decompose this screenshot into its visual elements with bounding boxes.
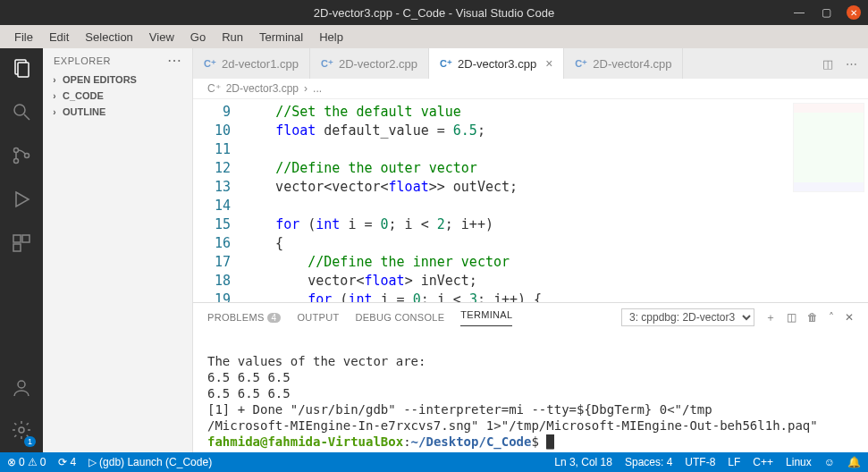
window-controls: — ▢ ✕ — [793, 5, 861, 20]
sidebar: EXPLORER ⋯ ›OPEN EDITORS›C_CODE›OUTLINE — [43, 48, 193, 452]
status-sync[interactable]: ⟳ 4 — [58, 456, 76, 468]
tab-more-icon[interactable]: ⋯ — [846, 57, 857, 71]
accounts-icon[interactable] — [11, 377, 32, 401]
split-editor-icon[interactable]: ◫ — [822, 57, 833, 71]
kill-terminal-icon[interactable]: 🗑 — [807, 311, 818, 324]
tab-debug-console[interactable]: DEBUG CONSOLE — [355, 312, 444, 323]
tab-label: 2D-vector2.cpp — [339, 57, 417, 71]
chevron-right-icon: › — [50, 91, 59, 101]
svg-point-6 — [25, 154, 29, 158]
notifications-icon[interactable]: 🔔 — [847, 456, 861, 468]
new-terminal-icon[interactable]: ＋ — [765, 310, 776, 325]
sidebar-section-c_code[interactable]: ›C_CODE — [43, 88, 192, 104]
minimap[interactable] — [793, 103, 864, 192]
close-tab-icon[interactable]: × — [545, 56, 552, 71]
menu-edit[interactable]: Edit — [42, 27, 76, 47]
breadcrumb-tail: ... — [313, 82, 322, 95]
tab-problems[interactable]: PROBLEMS4 — [207, 312, 281, 323]
cpp-file-icon: C⁺ — [207, 82, 221, 95]
line-gutter: 91011121314151617181920 — [193, 99, 243, 302]
cpp-file-icon: C⁺ — [321, 58, 333, 70]
tab-actions: ◫ ⋯ — [812, 48, 868, 79]
menu-file[interactable]: File — [7, 27, 40, 47]
cpp-file-icon: C⁺ — [204, 58, 216, 70]
tab-2D-vector3-cpp[interactable]: C⁺2D-vector3.cpp× — [429, 48, 564, 79]
sidebar-section-outline[interactable]: ›OUTLINE — [43, 104, 192, 120]
svg-point-11 — [19, 427, 24, 433]
editor-tabs: C⁺2d-vector1.cppC⁺2D-vector2.cppC⁺2D-vec… — [193, 48, 868, 79]
status-os[interactable]: Linux — [786, 456, 812, 468]
menu-view[interactable]: View — [142, 27, 181, 47]
svg-point-2 — [14, 105, 25, 115]
status-eol[interactable]: LF — [728, 456, 740, 468]
maximize-icon[interactable]: ▢ — [820, 6, 832, 19]
menubar: FileEditSelectionViewGoRunTerminalHelp — [0, 25, 868, 48]
window-title: 2D-vector3.cpp - C_Code - Visual Studio … — [314, 6, 554, 20]
code-editor[interactable]: 91011121314151617181920 //Set the defaul… — [193, 99, 868, 302]
tab-label: 2d-vector1.cpp — [222, 57, 299, 71]
terminal-select[interactable]: 3: cppdbg: 2D-vector3 — [621, 308, 754, 326]
activity-bar: 1 — [0, 48, 43, 452]
menu-run[interactable]: Run — [215, 27, 250, 47]
tab-2D-vector4-cpp[interactable]: C⁺2D-vector4.cpp — [564, 48, 683, 79]
split-terminal-icon[interactable]: ◫ — [787, 311, 796, 324]
breadcrumb-file: 2D-vector3.cpp — [226, 82, 299, 95]
menu-go[interactable]: Go — [183, 27, 213, 47]
svg-point-4 — [14, 148, 19, 153]
chevron-right-icon: › — [304, 82, 308, 95]
tab-label: 2D-vector4.cpp — [593, 57, 671, 71]
source-control-icon[interactable] — [11, 145, 32, 169]
title-bar: 2D-vector3.cpp - C_Code - Visual Studio … — [0, 0, 868, 25]
status-launch[interactable]: ▷ (gdb) Launch (C_Code) — [88, 456, 212, 468]
menu-selection[interactable]: Selection — [78, 27, 139, 47]
svg-line-3 — [24, 114, 29, 120]
sidebar-header: EXPLORER ⋯ — [43, 48, 192, 72]
status-spaces[interactable]: Spaces: 4 — [625, 456, 672, 468]
breadcrumb[interactable]: C⁺ 2D-vector3.cpp › ... — [193, 79, 868, 99]
svg-rect-8 — [22, 235, 29, 242]
sidebar-title: EXPLORER — [54, 55, 111, 66]
status-errors[interactable]: ⊗ 0 ⚠ 0 — [7, 456, 46, 468]
menu-terminal[interactable]: Terminal — [252, 27, 310, 47]
minimize-icon[interactable]: — — [793, 6, 805, 19]
svg-point-5 — [14, 159, 19, 164]
search-icon[interactable] — [11, 101, 32, 125]
menu-help[interactable]: Help — [312, 27, 350, 47]
chevron-right-icon: › — [50, 75, 59, 85]
panel-maximize-icon[interactable]: ˄ — [829, 311, 834, 324]
panel-tabs: PROBLEMS4 OUTPUT DEBUG CONSOLE TERMINAL … — [193, 303, 868, 332]
bottom-panel: PROBLEMS4 OUTPUT DEBUG CONSOLE TERMINAL … — [193, 302, 868, 452]
status-cursor-pos[interactable]: Ln 3, Col 18 — [554, 456, 612, 468]
extensions-icon[interactable] — [11, 232, 32, 257]
terminal-output[interactable]: The values of the vector are:6.5 6.5 6.5… — [193, 332, 868, 452]
panel-close-icon[interactable]: ✕ — [845, 311, 854, 324]
explorer-icon[interactable] — [11, 57, 32, 81]
tab-label: 2D-vector3.cpp — [458, 57, 536, 71]
main-area: 1 EXPLORER ⋯ ›OPEN EDITORS›C_CODE›OUTLIN… — [0, 48, 868, 452]
settings-gear-icon[interactable]: 1 — [11, 419, 32, 443]
tab-2D-vector2-cpp[interactable]: C⁺2D-vector2.cpp — [310, 48, 429, 79]
svg-point-10 — [18, 381, 25, 388]
close-icon[interactable]: ✕ — [847, 5, 861, 20]
tab-output[interactable]: OUTPUT — [297, 312, 339, 323]
cpp-file-icon: C⁺ — [440, 58, 452, 70]
status-bar: ⊗ 0 ⚠ 0 ⟳ 4 ▷ (gdb) Launch (C_Code) Ln 3… — [0, 452, 868, 472]
sidebar-more-icon[interactable]: ⋯ — [167, 57, 182, 64]
settings-badge: 1 — [24, 436, 36, 447]
chevron-right-icon: › — [50, 107, 59, 117]
svg-rect-1 — [18, 63, 29, 77]
tab-2d-vector1-cpp[interactable]: C⁺2d-vector1.cpp — [193, 48, 310, 79]
svg-rect-7 — [13, 235, 21, 242]
code-content[interactable]: //Set the default value float default_va… — [243, 99, 868, 302]
feedback-icon[interactable]: ☺ — [824, 456, 835, 468]
editor-area: C⁺2d-vector1.cppC⁺2D-vector2.cppC⁺2D-vec… — [193, 48, 868, 452]
cpp-file-icon: C⁺ — [575, 58, 587, 70]
tab-terminal[interactable]: TERMINAL — [460, 309, 512, 326]
svg-rect-9 — [13, 244, 21, 251]
sidebar-section-open-editors[interactable]: ›OPEN EDITORS — [43, 72, 192, 88]
status-language[interactable]: C++ — [753, 456, 773, 468]
status-encoding[interactable]: UTF-8 — [685, 456, 715, 468]
run-debug-icon[interactable] — [11, 189, 32, 213]
